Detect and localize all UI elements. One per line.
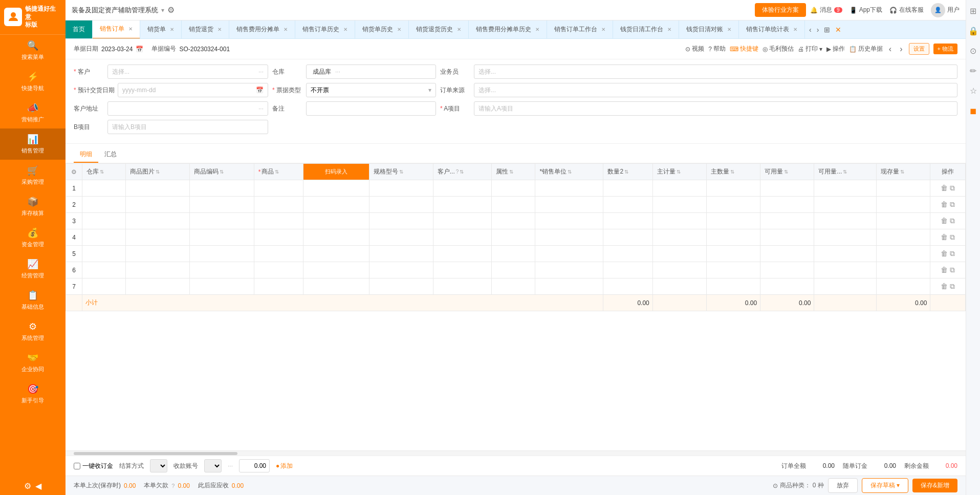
col-header-customer-code[interactable]: 客户...?⇅ <box>433 164 492 180</box>
addr-more-icon[interactable]: ··· <box>258 105 264 112</box>
table-cell[interactable] <box>535 213 603 229</box>
delete-icon[interactable]: 🗑 <box>941 200 948 209</box>
tab-ship-history[interactable]: 销货单历史 ✕ <box>355 20 409 39</box>
invoice-type-wrapper[interactable]: 不开票 ▾ <box>306 83 436 97</box>
table-cell[interactable] <box>126 180 190 197</box>
table-cell[interactable] <box>254 229 303 246</box>
sidebar-item-purchase[interactable]: 🛒 采购管理 <box>0 160 66 191</box>
side-panel-icon-5[interactable]: ☆ <box>968 84 979 98</box>
horizontal-scrollbar[interactable] <box>66 450 966 456</box>
col-header-available[interactable]: 可用量⇅ <box>760 164 814 180</box>
table-cell[interactable] <box>190 213 254 229</box>
customer-more-icon[interactable]: ··· <box>258 68 264 75</box>
tab-close-icon[interactable]: ✕ <box>457 27 461 32</box>
salesperson-input[interactable] <box>478 68 953 75</box>
sidebar-item-search[interactable]: 🔍 搜索菜单 <box>0 35 66 66</box>
settings-button[interactable]: 设置 <box>909 43 929 55</box>
table-cell[interactable] <box>82 278 126 295</box>
gear-icon[interactable]: ⚙ <box>71 168 77 176</box>
customer-input-wrapper[interactable]: ··· <box>107 64 268 79</box>
collapse-icon[interactable]: ◀ <box>35 481 41 491</box>
delete-icon[interactable]: 🗑 <box>941 282 948 291</box>
delete-icon[interactable]: 🗑 <box>941 266 948 274</box>
table-cell[interactable] <box>82 213 126 229</box>
sidebar-item-guide[interactable]: 🎯 新手引导 <box>0 378 66 410</box>
sidebar-item-marketing[interactable]: 📣 营销推广 <box>0 97 66 128</box>
scrollbar-thumb[interactable] <box>74 452 237 455</box>
delivery-date-wrapper[interactable]: 📅 <box>118 83 268 97</box>
tab-close-icon[interactable]: ✕ <box>727 27 731 32</box>
table-cell[interactable] <box>369 229 433 246</box>
table-cell[interactable] <box>82 197 126 213</box>
messages-button[interactable]: 🔔 消息 9 <box>810 6 842 14</box>
order-source-wrapper[interactable] <box>474 83 957 97</box>
table-cell[interactable] <box>535 278 603 295</box>
salesperson-input-wrapper[interactable] <box>474 64 957 79</box>
remark-input[interactable] <box>306 101 436 116</box>
copy-icon[interactable]: ⧉ <box>950 249 955 258</box>
table-cell[interactable] <box>369 180 433 197</box>
table-cell[interactable] <box>433 229 492 246</box>
tab-next-icon[interactable]: › <box>815 25 821 35</box>
table-cell[interactable] <box>82 246 126 262</box>
col-header-unit[interactable]: *销售单位⇅ <box>535 164 603 180</box>
sidebar-item-inventory[interactable]: 📦 库存核算 <box>0 191 66 222</box>
table-cell[interactable] <box>535 197 603 213</box>
table-cell[interactable] <box>492 278 535 295</box>
table-cell[interactable] <box>190 246 254 262</box>
tab-close-icon[interactable]: ✕ <box>667 27 671 32</box>
table-cell[interactable] <box>126 213 190 229</box>
table-cell[interactable] <box>492 262 535 278</box>
table-cell[interactable] <box>254 262 303 278</box>
tab-order-history[interactable]: 销售订单历史 ✕ <box>295 20 355 39</box>
table-cell[interactable] <box>433 213 492 229</box>
tab-close-icon[interactable]: ✕ <box>128 26 133 32</box>
table-cell[interactable] <box>535 180 603 197</box>
col-header-main-qty[interactable]: 主数量⇅ <box>706 164 760 180</box>
table-cell[interactable] <box>433 278 492 295</box>
help-action[interactable]: ? 帮助 <box>708 45 726 53</box>
customer-addr-wrapper[interactable]: ··· <box>107 101 268 116</box>
col-header-product[interactable]: * 商品⇅ <box>254 164 303 180</box>
order-source-input[interactable] <box>478 87 953 94</box>
table-cell[interactable] <box>126 197 190 213</box>
table-cell[interactable] <box>535 229 603 246</box>
tab-home[interactable]: 首页 <box>66 20 93 39</box>
table-cell[interactable] <box>254 278 303 295</box>
table-cell[interactable] <box>82 262 126 278</box>
table-cell[interactable] <box>492 197 535 213</box>
delete-icon[interactable]: 🗑 <box>941 184 948 192</box>
table-cell[interactable] <box>126 246 190 262</box>
table-cell[interactable] <box>82 180 126 197</box>
table-cell[interactable] <box>190 197 254 213</box>
tab-close-icon[interactable]: ✕ <box>535 27 539 32</box>
sidebar-item-sales[interactable]: 📊 销售管理 <box>0 128 66 160</box>
table-cell[interactable] <box>254 213 303 229</box>
table-cell[interactable] <box>303 180 369 197</box>
tab-prev-icon[interactable]: ‹ <box>807 25 814 35</box>
tab-sales-ship[interactable]: 销货单 ✕ <box>140 20 182 39</box>
table-cell[interactable] <box>369 246 433 262</box>
table-cell[interactable] <box>369 262 433 278</box>
tab-detail[interactable]: 明细 <box>74 148 98 163</box>
table-cell[interactable] <box>190 180 254 197</box>
help-icon[interactable]: ? <box>456 169 459 175</box>
warehouse-more-icon[interactable]: ··· <box>335 68 340 75</box>
table-cell[interactable] <box>254 180 303 197</box>
sidebar-item-collab[interactable]: 🤝 企业协同 <box>0 347 66 378</box>
save-new-button[interactable]: 保存&新增 <box>912 479 957 492</box>
copy-icon[interactable]: ⧉ <box>950 266 955 274</box>
table-cell[interactable] <box>190 229 254 246</box>
next-record-icon[interactable]: › <box>898 44 904 55</box>
col-header-spec[interactable]: 规格型号⇅ <box>369 164 433 180</box>
col-header-current[interactable]: 现存量⇅ <box>877 164 930 180</box>
sidebar-item-operation[interactable]: 📈 经营管理 <box>0 253 66 285</box>
tab-return-history[interactable]: 销货退货历史 ✕ <box>409 20 469 39</box>
table-cell[interactable] <box>303 246 369 262</box>
table-cell[interactable] <box>126 278 190 295</box>
table-cell[interactable] <box>369 213 433 229</box>
table-cell[interactable] <box>492 180 535 197</box>
sidebar-item-quick[interactable]: ⚡ 快捷导航 <box>0 66 66 97</box>
table-cell[interactable] <box>433 262 492 278</box>
col-header-main-unit[interactable]: 主计量⇅ <box>652 164 706 180</box>
